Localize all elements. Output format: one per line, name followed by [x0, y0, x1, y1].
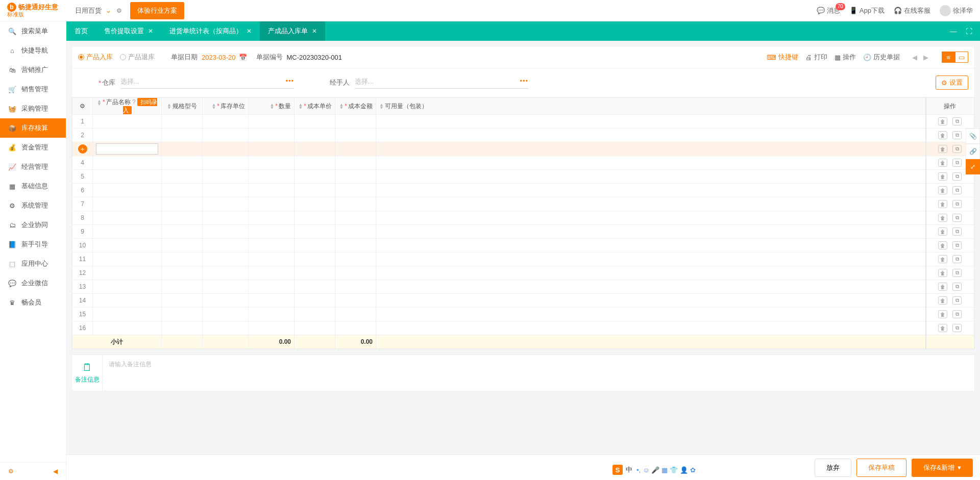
calendar-icon[interactable]: 📅 — [239, 54, 247, 61]
delete-row-button[interactable]: 🗑 — [938, 172, 947, 181]
operate-button[interactable]: ▦操作 — [835, 53, 856, 62]
table-row[interactable]: 8🗑⧉ — [72, 211, 974, 225]
copy-row-button[interactable]: ⧉ — [952, 283, 962, 291]
delete-row-button[interactable]: 🗑 — [938, 214, 947, 222]
table-row[interactable]: 11🗑⧉ — [72, 252, 974, 266]
copy-row-button[interactable]: ⧉ — [952, 159, 962, 167]
copy-row-button[interactable]: ⧉ — [952, 172, 962, 181]
delete-row-button[interactable]: 🗑 — [938, 228, 947, 236]
col-gear[interactable]: ⚙ — [72, 98, 93, 115]
copy-row-button[interactable]: ⧉ — [952, 214, 962, 222]
sidebar-item-2[interactable]: 🛍营销推广 — [0, 60, 66, 80]
close-icon[interactable]: ✕ — [148, 28, 153, 35]
sidebar-item-12[interactable]: ⬚应用中心 — [0, 254, 66, 273]
close-icon[interactable]: ✕ — [247, 28, 252, 35]
sidebar-item-7[interactable]: 📈经营管理 — [0, 157, 66, 176]
sidebar-item-5[interactable]: 📦库存核算 — [0, 118, 66, 138]
remarks-tab[interactable]: 🗒 备注信息 — [72, 355, 103, 391]
app-download-button[interactable]: 📱 App下载 — [849, 6, 885, 15]
product-input[interactable] — [96, 143, 158, 155]
history-button[interactable]: 🕘历史单据 — [863, 53, 900, 62]
delete-row-button[interactable]: 🗑 — [938, 145, 947, 153]
messages-button[interactable]: 💬 消息 70 — [817, 6, 840, 15]
save-new-button[interactable]: 保存&新增 ▾ — [912, 459, 973, 477]
delete-row-button[interactable]: 🗑 — [938, 200, 947, 208]
delete-row-button[interactable]: 🗑 — [938, 324, 947, 332]
collapse-icon[interactable]: ◀ — [53, 468, 58, 475]
tab-2[interactable]: 进货单统计表（按商品）✕ — [161, 21, 260, 41]
copy-row-button[interactable]: ⧉ — [952, 145, 962, 153]
col-amount[interactable]: ▲▼*成本金额 — [335, 98, 376, 115]
warehouse-select[interactable]: 选择... ••• — [120, 77, 294, 89]
table-row[interactable]: 13🗑⧉ — [72, 280, 974, 294]
table-row[interactable]: 12🗑⧉ — [72, 266, 974, 280]
sidebar-item-3[interactable]: 🛒销售管理 — [0, 80, 66, 99]
tab-1[interactable]: 售价提取设置✕ — [96, 21, 161, 41]
store-selector[interactable]: 日用百货 ⌄ — [75, 6, 111, 15]
sidebar-item-14[interactable]: ♛畅会员 — [0, 293, 66, 312]
sidebar-item-4[interactable]: 🧺采购管理 — [0, 99, 66, 118]
delete-row-button[interactable]: 🗑 — [938, 117, 947, 125]
handler-select[interactable]: 选择... ••• — [355, 77, 528, 89]
table-row[interactable]: +🗑⧉ — [72, 142, 974, 156]
discard-button[interactable]: 放弃 — [815, 459, 851, 477]
col-spec[interactable]: ▲▼规格型号 — [162, 98, 203, 115]
sidebar-item-8[interactable]: ▦基础信息 — [0, 176, 66, 196]
tab-minimize-button[interactable]: — — [946, 25, 961, 37]
copy-row-button[interactable]: ⧉ — [952, 310, 962, 318]
copy-row-button[interactable]: ⧉ — [952, 241, 962, 249]
col-product[interactable]: ▲▼*产品名称 ? 扫码录入 — [93, 98, 162, 115]
copy-row-button[interactable]: ⧉ — [952, 255, 962, 263]
sidebar-item-1[interactable]: ⌂快捷导航 — [0, 41, 66, 60]
copy-row-button[interactable]: ⧉ — [952, 186, 962, 194]
delete-row-button[interactable]: 🗑 — [938, 131, 947, 139]
delete-row-button[interactable]: 🗑 — [938, 255, 947, 263]
table-row[interactable]: 6🗑⧉ — [72, 184, 974, 197]
copy-row-button[interactable]: ⧉ — [952, 200, 962, 208]
sidebar-item-11[interactable]: 📘新手引导 — [0, 235, 66, 254]
table-row[interactable]: 2🗑⧉ — [72, 129, 974, 142]
table-row[interactable]: 5🗑⧉ — [72, 170, 974, 184]
sidebar-item-6[interactable]: 💰资金管理 — [0, 138, 66, 157]
copy-row-button[interactable]: ⧉ — [952, 117, 962, 125]
view-card-button[interactable]: ▭ — [955, 52, 968, 63]
sidebar-item-9[interactable]: ⚙系统管理 — [0, 196, 66, 215]
tab-0[interactable]: 首页 — [66, 21, 96, 41]
table-row[interactable]: 14🗑⧉ — [72, 294, 974, 308]
sidebar-item-10[interactable]: 🗂企业协同 — [0, 215, 66, 235]
print-button[interactable]: 🖨打印 — [805, 53, 827, 62]
table-row[interactable]: 16🗑⧉ — [72, 321, 974, 335]
tab-3[interactable]: 产成品入库单✕ — [260, 21, 325, 41]
table-row[interactable]: 9🗑⧉ — [72, 225, 974, 239]
sidebar-item-0[interactable]: 🔍搜索菜单 — [0, 21, 66, 41]
col-unit[interactable]: ▲▼*库存单位 — [203, 98, 249, 115]
sidebar-item-13[interactable]: 💬企业微信 — [0, 273, 66, 293]
column-settings-button[interactable]: ⚙ 设置 — [936, 75, 968, 90]
experience-button[interactable]: 体验行业方案 — [130, 2, 184, 19]
delete-row-button[interactable]: 🗑 — [938, 283, 947, 291]
prev-doc-button[interactable]: ◀ — [910, 53, 919, 62]
table-row[interactable]: 1🗑⧉ — [72, 115, 974, 129]
col-price[interactable]: ▲▼*成本单价 — [295, 98, 335, 115]
save-draft-button[interactable]: 保存草稿 — [856, 459, 906, 477]
rail-link-button[interactable]: 🔗 — [966, 144, 980, 159]
remarks-input[interactable]: 请输入备注信息 — [103, 355, 974, 391]
copy-row-button[interactable]: ⧉ — [952, 269, 962, 277]
copy-row-button[interactable]: ⧉ — [952, 131, 962, 139]
tab-expand-button[interactable]: ⛶ — [962, 25, 976, 37]
delete-row-button[interactable]: 🗑 — [938, 296, 947, 305]
date-value[interactable]: 2023-03-20 — [202, 54, 236, 61]
rail-attach-button[interactable]: 📎 — [966, 129, 980, 144]
table-row[interactable]: 7🗑⧉ — [72, 197, 974, 211]
delete-row-button[interactable]: 🗑 — [938, 159, 947, 167]
delete-row-button[interactable]: 🗑 — [938, 310, 947, 318]
user-menu[interactable]: 徐泽华 — [940, 5, 973, 16]
shortcut-button[interactable]: ⌨快捷键 — [767, 53, 798, 62]
rail-expand-button[interactable]: ⤢ — [966, 159, 980, 174]
delete-row-button[interactable]: 🗑 — [938, 186, 947, 194]
table-row[interactable]: 15🗑⧉ — [72, 308, 974, 321]
store-settings-icon[interactable]: ⚙ — [116, 7, 122, 14]
delete-row-button[interactable]: 🗑 — [938, 241, 947, 249]
delete-row-button[interactable]: 🗑 — [938, 269, 947, 277]
next-doc-button[interactable]: ▶ — [921, 53, 930, 62]
